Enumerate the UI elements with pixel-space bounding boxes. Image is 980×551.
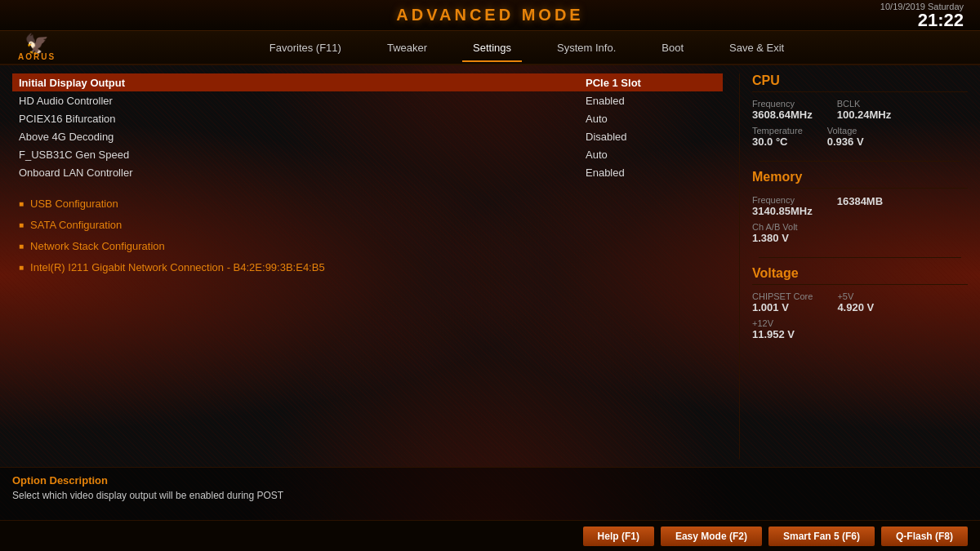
header-bar: ADVANCED MODE 10/19/2019 Saturday 21:22 [0, 0, 980, 31]
setting-value-pciex16: Auto [586, 113, 716, 125]
memory-chvolt-item: Ch A/B Volt 1.380 V [752, 222, 798, 244]
voltage-5v-item: +5V 4.920 V [837, 291, 874, 313]
datetime-display: 10/19/2019 Saturday 21:22 [880, 2, 964, 29]
setting-value-hd-audio: Enabled [586, 95, 716, 107]
bullet-usb: ■ [19, 199, 24, 208]
cpu-temperature-label: Temperature [752, 126, 803, 136]
description-title: Option Description [12, 474, 968, 487]
setting-name-hd-audio: HD Audio Controller [19, 95, 586, 107]
nav-item-tweaker[interactable]: Tweaker [364, 35, 450, 60]
cpu-voltage-label: Voltage [827, 126, 864, 136]
nav-item-boot[interactable]: Boot [639, 35, 706, 60]
setting-name-above4g: Above 4G Decoding [19, 131, 586, 143]
setting-row-onboard-lan[interactable]: Onboard LAN Controller Enabled [12, 163, 723, 181]
bullet-nic: ■ [19, 263, 24, 272]
qflash-button[interactable]: Q-Flash (F8) [881, 527, 968, 546]
mode-title: ADVANCED MODE [396, 6, 583, 24]
cpu-freq-row: Frequency 3608.64MHz BCLK 100.24MHz [752, 99, 968, 121]
cpu-temperature-value: 30.0 °C [752, 136, 803, 148]
setting-row-initial-display[interactable]: Initial Display Output PCIe 1 Slot [12, 73, 723, 91]
memory-frequency-label: Frequency [752, 195, 813, 205]
voltage-chipset-row: CHIPSET Core 1.001 V +5V 4.920 V [752, 291, 968, 313]
setting-name-fusb31c: F_USB31C Gen Speed [19, 149, 586, 161]
bottom-bar: Help (F1) Easy Mode (F2) Smart Fan 5 (F6… [0, 520, 980, 551]
cpu-frequency-label: Frequency [752, 99, 813, 109]
cpu-temp-row: Temperature 30.0 °C Voltage 0.936 V [752, 126, 968, 148]
memory-chvolt-value: 1.380 V [752, 232, 798, 244]
navigation-bar: 🦅 AORUS Favorites (F11) Tweaker Settings… [0, 31, 980, 65]
nav-items-container: Favorites (F11) Tweaker Settings System … [82, 35, 972, 60]
memory-chvolt-label: Ch A/B Volt [752, 222, 798, 232]
cpu-section: CPU Frequency 3608.64MHz BCLK 100.24MHz … [752, 73, 968, 148]
aorus-logo: 🦅 AORUS [8, 34, 65, 61]
setting-name-onboard-lan: Onboard LAN Controller [19, 167, 586, 179]
voltage-chipset-label: CHIPSET Core [752, 291, 813, 301]
voltage-12v-value: 11.952 V [752, 328, 795, 340]
cpu-voltage-value: 0.936 V [827, 136, 864, 148]
memory-frequency-value: 3140.85MHz [752, 205, 813, 217]
submenu-label-usb: USB Configuration [30, 198, 118, 210]
voltage-title: Voltage [752, 266, 968, 285]
setting-value-above4g: Disabled [586, 131, 716, 143]
easy-mode-button[interactable]: Easy Mode (F2) [661, 527, 762, 546]
nav-item-favorites[interactable]: Favorites (F11) [247, 35, 364, 60]
memory-title: Memory [752, 170, 968, 189]
setting-value-fusb31c: Auto [586, 149, 716, 161]
logo-text: AORUS [18, 52, 56, 61]
nav-item-saveexit[interactable]: Save & Exit [706, 35, 807, 60]
submenu-intel-nic[interactable]: ■ Intel(R) I211 Gigabit Network Connecti… [12, 256, 723, 278]
setting-row-above4g[interactable]: Above 4G Decoding Disabled [12, 127, 723, 145]
bullet-sata: ■ [19, 220, 24, 229]
setting-row-hd-audio[interactable]: HD Audio Controller Enabled [12, 91, 723, 109]
voltage-5v-value: 4.920 V [837, 301, 874, 313]
cpu-temperature-item: Temperature 30.0 °C [752, 126, 803, 148]
description-text: Select which video display output will b… [12, 490, 968, 501]
cpu-mem-divider [759, 161, 961, 162]
memory-freq-row: Frequency 3140.85MHz 16384MB [752, 195, 968, 217]
nav-item-sysinfo[interactable]: System Info. [534, 35, 639, 60]
cpu-frequency-item: Frequency 3608.64MHz [752, 99, 813, 121]
memory-section: Memory Frequency 3140.85MHz 16384MB Ch A… [752, 170, 968, 244]
nav-item-settings[interactable]: Settings [450, 35, 534, 60]
cpu-voltage-item: Voltage 0.936 V [827, 126, 864, 148]
voltage-5v-label: +5V [837, 291, 874, 301]
main-content: Initial Display Output PCIe 1 Slot HD Au… [0, 65, 980, 467]
eagle-icon: 🦅 [24, 34, 49, 54]
description-panel: Option Description Select which video di… [0, 467, 980, 520]
submenu-network-stack[interactable]: ■ Network Stack Configuration [12, 235, 723, 256]
time-display: 21:22 [880, 11, 964, 29]
voltage-12v-label: +12V [752, 318, 795, 328]
cpu-bclk-value: 100.24MHz [837, 109, 891, 121]
memory-size-item: 16384MB [837, 195, 883, 217]
memory-size-value: 16384MB [837, 195, 883, 207]
hw-monitor-panel: CPU Frequency 3608.64MHz BCLK 100.24MHz … [739, 73, 968, 459]
voltage-12v-row: +12V 11.952 V [752, 318, 968, 340]
settings-table: Initial Display Output PCIe 1 Slot HD Au… [12, 73, 723, 181]
memory-frequency-item: Frequency 3140.85MHz [752, 195, 813, 217]
voltage-chipset-value: 1.001 V [752, 301, 813, 313]
submenu-section: ■ USB Configuration ■ SATA Configuration… [12, 193, 723, 278]
setting-row-pciex16[interactable]: PCIEX16 Bifurcation Auto [12, 109, 723, 127]
help-button[interactable]: Help (F1) [583, 527, 654, 546]
cpu-frequency-value: 3608.64MHz [752, 109, 813, 121]
submenu-label-sata: SATA Configuration [30, 219, 122, 231]
mem-volt-divider [759, 257, 961, 258]
submenu-usb-config[interactable]: ■ USB Configuration [12, 193, 723, 214]
setting-row-fusb31c[interactable]: F_USB31C Gen Speed Auto [12, 145, 723, 163]
voltage-section: Voltage CHIPSET Core 1.001 V +5V 4.920 V… [752, 266, 968, 340]
cpu-title: CPU [752, 73, 968, 92]
setting-name-pciex16: PCIEX16 Bifurcation [19, 113, 586, 125]
setting-value-initial-display: PCIe 1 Slot [586, 77, 716, 89]
cpu-bclk-label: BCLK [837, 99, 891, 109]
memory-volt-row: Ch A/B Volt 1.380 V [752, 222, 968, 244]
setting-name-initial-display: Initial Display Output [19, 77, 586, 89]
submenu-label-netstack: Network Stack Configuration [30, 240, 165, 252]
voltage-12v-item: +12V 11.952 V [752, 318, 795, 340]
cpu-bclk-item: BCLK 100.24MHz [837, 99, 891, 121]
submenu-sata-config[interactable]: ■ SATA Configuration [12, 214, 723, 235]
voltage-chipset-item: CHIPSET Core 1.001 V [752, 291, 813, 313]
settings-panel: Initial Display Output PCIe 1 Slot HD Au… [12, 73, 739, 459]
bullet-netstack: ■ [19, 242, 24, 251]
setting-value-onboard-lan: Enabled [586, 167, 716, 179]
smart-fan-button[interactable]: Smart Fan 5 (F6) [768, 527, 875, 546]
